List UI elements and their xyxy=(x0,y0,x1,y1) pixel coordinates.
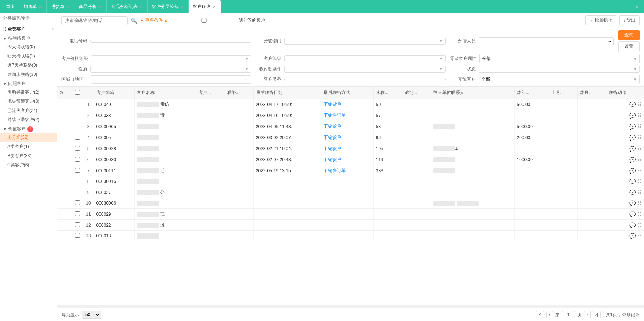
row-last-way-cell[interactable] xyxy=(321,209,373,220)
chat-icon[interactable]: 💬 xyxy=(629,124,636,130)
reset-button[interactable]: 设置 xyxy=(618,41,640,52)
qr-icon[interactable]: ⠿ xyxy=(638,157,641,163)
row-last-way-cell[interactable] xyxy=(321,176,373,187)
last-way-link[interactable]: 下销货单 xyxy=(324,102,341,107)
my-customers-check[interactable] xyxy=(171,18,237,23)
chat-icon[interactable]: 💬 xyxy=(629,200,636,206)
tab-customer-tier[interactable]: 客户分层经营 × xyxy=(148,0,189,13)
row-checkbox[interactable] xyxy=(75,113,80,117)
page-size-select[interactable]: 50 20 100 xyxy=(82,311,101,319)
row-check-cell[interactable] xyxy=(72,132,83,143)
sidebar-search-input[interactable] xyxy=(3,15,57,21)
row-checkbox[interactable] xyxy=(75,146,80,151)
col-contact[interactable]: 联络... xyxy=(225,87,253,99)
col-check[interactable] xyxy=(72,87,83,99)
my-customers-checkbox[interactable]: 我分管的客户 xyxy=(171,17,265,24)
last-way-link[interactable]: 下销货单 xyxy=(324,124,341,129)
sidebar-problem-group[interactable]: ▼ 问题客户 xyxy=(0,79,57,88)
tab-customer-tier-close[interactable]: × xyxy=(181,4,184,10)
row-checkbox[interactable] xyxy=(75,233,80,238)
row-last-way-cell[interactable]: 下销售订单 xyxy=(321,110,373,121)
qr-icon[interactable]: ⠿ xyxy=(638,135,641,141)
sidebar-item-class-c[interactable]: C类客户(6) xyxy=(0,160,57,170)
sidebar-all-customers[interactable]: ⠿ 全部客户 « xyxy=(0,23,57,34)
row-check-cell[interactable] xyxy=(72,198,83,209)
row-last-way-cell[interactable] xyxy=(321,231,373,241)
row-last-way-cell[interactable]: 下销售订单 xyxy=(321,165,373,176)
filter-retail-input[interactable]: 全部 ▼ xyxy=(479,75,640,84)
qr-icon[interactable]: ⠿ xyxy=(638,233,641,239)
last-way-link[interactable]: 下销货单 xyxy=(324,157,341,162)
select-all-checkbox[interactable] xyxy=(75,90,80,95)
qr-icon[interactable]: ⠿ xyxy=(638,190,641,195)
sidebar-item-declining[interactable]: 持续下滑客户(2) xyxy=(0,115,57,124)
row-check-cell[interactable] xyxy=(72,176,83,187)
tab-customer-contact[interactable]: 客户联络 × xyxy=(189,0,221,13)
qr-icon[interactable]: ⠿ xyxy=(638,146,641,152)
row-last-way-cell[interactable]: 下销货单 xyxy=(321,132,373,143)
qr-icon[interactable]: ⠿ xyxy=(638,124,641,130)
col-unit-contact[interactable]: 往来单位联系人 xyxy=(431,87,514,99)
row-check-cell[interactable] xyxy=(72,187,83,198)
chat-icon[interactable]: 💬 xyxy=(629,211,636,217)
tab-goods-list-close[interactable]: × xyxy=(140,4,143,10)
qr-icon[interactable]: ⠿ xyxy=(638,222,641,228)
row-checkbox[interactable] xyxy=(75,200,80,205)
last-way-link[interactable]: 下销货单 xyxy=(324,146,341,151)
row-checkbox[interactable] xyxy=(75,157,80,162)
row-checkbox[interactable] xyxy=(75,135,80,140)
col-type[interactable]: 客户... xyxy=(196,87,225,99)
search-input[interactable] xyxy=(61,16,128,25)
chat-icon[interactable]: 💬 xyxy=(629,102,636,107)
chat-icon[interactable]: 💬 xyxy=(629,179,636,184)
last-way-link[interactable]: 下销货单 xyxy=(324,135,341,140)
query-button[interactable]: 查询 xyxy=(618,30,640,40)
search-icon[interactable]: 🔍 xyxy=(131,18,137,24)
row-last-way-cell[interactable]: 下销货单 xyxy=(321,143,373,154)
row-checkbox[interactable] xyxy=(75,190,80,194)
filter-price-level-input[interactable]: ▼ xyxy=(91,55,251,62)
sidebar-item-churned[interactable]: 已流失客户(24) xyxy=(0,106,57,115)
sidebar-item-hoarding[interactable]: 囤购异常客户(2) xyxy=(0,88,57,97)
filter-staff-input[interactable]: ··· xyxy=(479,37,614,45)
sidebar-item-class-a[interactable]: A类客户(1) xyxy=(0,142,57,151)
next-page-btn[interactable]: › xyxy=(584,311,591,318)
row-check-cell[interactable] xyxy=(72,143,83,154)
row-check-cell[interactable] xyxy=(72,121,83,132)
tab-customer-contact-close[interactable]: × xyxy=(213,4,216,10)
filter-gender-input[interactable]: ▼ xyxy=(90,66,251,73)
prev-page-btn[interactable]: ‹ xyxy=(546,311,553,318)
first-page-btn[interactable]: K xyxy=(536,311,544,318)
filter-customer-type-input[interactable] xyxy=(284,78,445,81)
row-checkbox[interactable] xyxy=(75,179,80,183)
sidebar-value-group[interactable]: ▼ 价值客户 ! xyxy=(0,124,57,133)
row-check-cell[interactable] xyxy=(72,165,83,176)
col-last-way[interactable]: 最后联络方式 xyxy=(321,87,373,99)
sidebar-search-bar[interactable]: 🔍 xyxy=(0,13,57,23)
row-last-way-cell[interactable]: 下销货单 xyxy=(321,154,373,165)
qr-icon[interactable]: ⠿ xyxy=(638,102,641,107)
last-way-link[interactable]: 下销售订单 xyxy=(324,168,346,173)
row-check-cell[interactable] xyxy=(72,154,83,165)
qr-icon[interactable]: ⠿ xyxy=(638,113,641,119)
sidebar-item-class-b[interactable]: B类客户(33) xyxy=(0,151,57,160)
col-this-year[interactable]: 本年... xyxy=(514,87,549,99)
col-last-date[interactable]: 最后联络日期 xyxy=(253,87,321,99)
row-last-way-cell[interactable] xyxy=(321,198,373,209)
sidebar-collapse-btn[interactable]: « xyxy=(52,27,54,31)
row-checkbox[interactable] xyxy=(75,168,80,173)
chat-icon[interactable]: 💬 xyxy=(629,233,636,239)
row-last-way-cell[interactable] xyxy=(321,187,373,198)
page-number-input[interactable] xyxy=(562,311,575,318)
horizontal-scrollbar[interactable] xyxy=(57,305,644,308)
col-no-contact[interactable]: 未联... xyxy=(373,87,402,99)
tab-sales[interactable]: 销售单 × xyxy=(19,0,47,13)
tab-goods-analysis-close[interactable]: × xyxy=(99,4,102,10)
chat-icon[interactable]: 💬 xyxy=(629,168,636,174)
sidebar-item-today-pending[interactable]: 今天待联络(0) xyxy=(0,42,57,52)
row-check-cell[interactable] xyxy=(72,231,83,241)
filter-status-input[interactable]: ▼ xyxy=(479,66,640,73)
col-last-month[interactable]: 上月... xyxy=(549,87,578,99)
last-page-btn[interactable]: ›| xyxy=(593,311,601,318)
tab-home[interactable]: 首页 xyxy=(1,0,19,13)
